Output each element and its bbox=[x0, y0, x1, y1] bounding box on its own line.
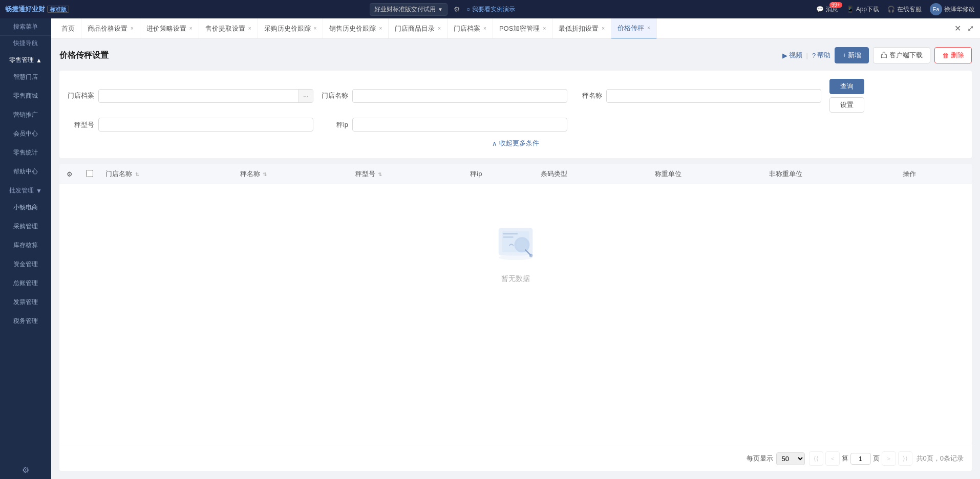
tab-home[interactable]: 首页 bbox=[55, 18, 81, 39]
scale-ip-label: 秤ip bbox=[322, 120, 348, 129]
trash-icon: 🗑 bbox=[942, 52, 949, 59]
sidebar-quick-nav[interactable]: 快捷导航 bbox=[0, 36, 51, 51]
sort-icon: ⇅ bbox=[135, 171, 139, 177]
download-client-button[interactable]: 凸 客户端下载 bbox=[873, 47, 930, 63]
th-store-name[interactable]: 门店名称 ⇅ bbox=[99, 164, 234, 184]
sidebar-search[interactable]: 搜索菜单 bbox=[0, 18, 51, 36]
tab-sale-price-extract[interactable]: 售价提取设置 × bbox=[199, 18, 258, 39]
data-table: ⚙ 门店名称 ⇅ 秤名称 ⇅ bbox=[59, 164, 972, 184]
filter-scale-name: 秤名称 bbox=[576, 89, 821, 103]
app-download-action[interactable]: 📱 App下载 bbox=[846, 5, 879, 14]
sidebar-bottom: ⚙ bbox=[0, 461, 51, 479]
tab-close-icon[interactable]: × bbox=[131, 26, 134, 31]
tab-close-button[interactable]: ✕ bbox=[952, 24, 963, 33]
filter-card: 门店档案 ··· 门店名称 秤名称 bbox=[59, 71, 972, 158]
tab-product-price[interactable]: 商品价格设置 × bbox=[81, 18, 140, 39]
sidebar-item-ledger[interactable]: 总账管理 bbox=[0, 274, 51, 293]
sidebar-item-help[interactable]: 帮助中心 bbox=[0, 162, 51, 181]
sidebar-item-ecommerce[interactable]: 小畅电商 bbox=[0, 198, 51, 217]
table-card: ⚙ 门店名称 ⇅ 秤名称 ⇅ bbox=[59, 164, 972, 471]
sidebar-item-retail-mgmt[interactable]: 零售管理 ▲ bbox=[0, 51, 51, 68]
th-scale-model[interactable]: 秤型号 ⇅ bbox=[349, 164, 464, 184]
collapse-row: ∧ 收起更多条件 bbox=[68, 137, 964, 150]
th-scale-name[interactable]: 秤名称 ⇅ bbox=[234, 164, 349, 184]
query-button[interactable]: 查询 bbox=[829, 79, 864, 94]
filter-store-file: 门店档案 ··· bbox=[68, 89, 313, 103]
arrow-down-icon: ▼ bbox=[36, 187, 42, 194]
online-service-action[interactable]: 🎧 在线客服 bbox=[887, 5, 922, 14]
last-page-button[interactable]: ⟩⟩ bbox=[898, 451, 912, 466]
headset-icon: 🎧 bbox=[887, 6, 895, 13]
help-link[interactable]: ? 帮助 bbox=[812, 51, 830, 60]
store-file-btn[interactable]: ··· bbox=[299, 90, 313, 102]
tab-sales-history[interactable]: 销售历史价跟踪 × bbox=[323, 18, 389, 39]
sidebar-item-retail-stats[interactable]: 零售统计 bbox=[0, 143, 51, 162]
tab-store-catalog[interactable]: 门店商品目录 × bbox=[389, 18, 448, 39]
sidebar-item-retail-mall[interactable]: 零售商城 bbox=[0, 86, 51, 105]
tab-price-scale[interactable]: 价格传秤 × bbox=[611, 18, 657, 39]
collapse-button[interactable]: ∧ 收起更多条件 bbox=[492, 139, 539, 148]
add-button[interactable]: + 新增 bbox=[835, 47, 869, 63]
tab-close-icon[interactable]: × bbox=[647, 25, 650, 31]
th-settings[interactable]: ⚙ bbox=[59, 164, 80, 184]
sidebar-item-marketing[interactable]: 营销推广 bbox=[0, 105, 51, 124]
scale-name-input[interactable] bbox=[606, 89, 821, 103]
sidebar-item-invoice[interactable]: 发票管理 bbox=[0, 293, 51, 312]
tab-close-icon[interactable]: × bbox=[438, 26, 441, 31]
tab-close-icon[interactable]: × bbox=[483, 26, 486, 31]
scale-ip-input[interactable] bbox=[352, 118, 567, 132]
page-title: 价格传秤设置 bbox=[59, 50, 109, 61]
th-barcode-type: 条码类型 bbox=[535, 164, 649, 184]
store-file-input[interactable] bbox=[99, 90, 299, 102]
page-number-input[interactable] bbox=[850, 453, 871, 465]
next-page-button[interactable]: ＞ bbox=[882, 451, 896, 466]
tab-store-file[interactable]: 门店档案 × bbox=[448, 18, 493, 39]
tab-close-icon[interactable]: × bbox=[379, 26, 382, 31]
content-area: 首页 商品价格设置 × 进价策略设置 × 售价提取设置 × 采购历史价跟踪 × … bbox=[51, 18, 980, 479]
sidebar-gear-icon[interactable]: ⚙ bbox=[22, 465, 29, 475]
first-page-button[interactable]: ⟨⟨ bbox=[809, 451, 823, 466]
th-nonweight-unit: 非称重单位 bbox=[763, 164, 897, 184]
sidebar-item-tax[interactable]: 税务管理 bbox=[0, 312, 51, 331]
filter-side-buttons: 查询 设置 bbox=[829, 79, 864, 113]
tab-close-icon[interactable]: × bbox=[543, 26, 546, 31]
store-name-input[interactable] bbox=[352, 89, 567, 103]
tab-close-icon[interactable]: × bbox=[314, 26, 317, 31]
set-button[interactable]: 设置 bbox=[829, 97, 864, 113]
header-right: 💬 消息 99+ 📱 App下载 🎧 在线客服 Ea 徐泽华修改 bbox=[816, 3, 975, 15]
th-weight-unit: 称重单位 bbox=[649, 164, 763, 184]
tab-close-icon[interactable]: × bbox=[189, 26, 193, 31]
svg-point-0 bbox=[499, 255, 533, 260]
tab-purchase-strategy[interactable]: 进价策略设置 × bbox=[140, 18, 199, 39]
tab-min-discount[interactable]: 最低折扣设置 × bbox=[552, 18, 611, 39]
tab-close-icon[interactable]: × bbox=[602, 26, 605, 31]
delete-button[interactable]: 🗑 删除 bbox=[934, 47, 972, 63]
tab-pos-encrypt[interactable]: POS加密管理 × bbox=[493, 18, 552, 39]
scale-model-input[interactable] bbox=[98, 118, 313, 132]
sidebar-item-purchase[interactable]: 采购管理 bbox=[0, 217, 51, 236]
th-checkbox[interactable] bbox=[80, 164, 99, 184]
tabs-actions: ✕ ⤢ bbox=[952, 24, 976, 33]
sidebar-item-wholesale[interactable]: 批发管理 ▼ bbox=[0, 181, 51, 198]
message-action[interactable]: 💬 消息 99+ bbox=[816, 5, 838, 14]
sidebar-item-smart-store[interactable]: 智慧门店 bbox=[0, 68, 51, 86]
tab-close-icon[interactable]: × bbox=[248, 26, 251, 31]
select-all-checkbox[interactable] bbox=[86, 170, 93, 177]
version-badge: 标准版 bbox=[47, 6, 69, 13]
app-logo: 畅捷通好业财 标准版 bbox=[5, 5, 69, 14]
sidebar-item-funds[interactable]: 资金管理 bbox=[0, 255, 51, 274]
demo-link[interactable]: ○ 我要看实例演示 bbox=[466, 5, 515, 14]
header-center: 好业财标准版交付试用 ▼ ⚙ ○ 我要看实例演示 bbox=[370, 3, 515, 16]
settings-icon[interactable]: ⚙ bbox=[451, 4, 463, 14]
env-selector[interactable]: 好业财标准版交付试用 ▼ bbox=[370, 3, 448, 16]
tab-expand-button[interactable]: ⤢ bbox=[965, 24, 976, 33]
sidebar-item-inventory[interactable]: 库存核算 bbox=[0, 236, 51, 255]
per-page-select[interactable]: 10 20 50 100 bbox=[776, 452, 805, 465]
tab-purchase-history[interactable]: 采购历史价跟踪 × bbox=[258, 18, 324, 39]
video-link[interactable]: ▶ 视频 bbox=[782, 51, 802, 60]
top-header: 畅捷通好业财 标准版 好业财标准版交付试用 ▼ ⚙ ○ 我要看实例演示 💬 消息… bbox=[0, 0, 980, 18]
th-scale-ip: 秤ip bbox=[464, 164, 535, 184]
user-profile[interactable]: Ea 徐泽华修改 bbox=[930, 3, 975, 15]
sidebar-item-member[interactable]: 会员中心 bbox=[0, 124, 51, 143]
prev-page-button[interactable]: ＜ bbox=[825, 451, 840, 466]
